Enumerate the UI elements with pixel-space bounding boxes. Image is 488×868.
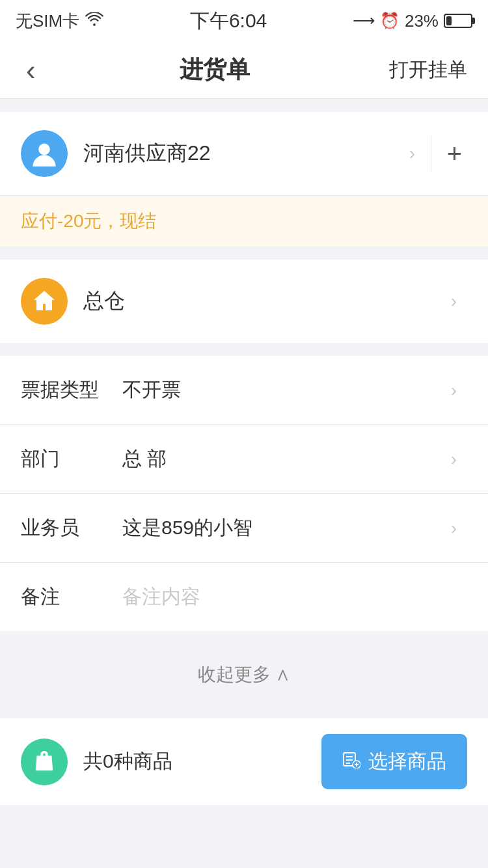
gap-2 xyxy=(0,247,488,260)
wifi-icon xyxy=(85,11,104,31)
warehouse-chevron-icon: › xyxy=(451,291,457,312)
salesperson-chevron: › xyxy=(451,518,457,539)
supplier-chevron-icon: › xyxy=(409,143,415,164)
product-icon xyxy=(21,739,68,785)
svg-point-0 xyxy=(38,144,50,156)
salesperson-row[interactable]: 业务员 这是859的小智 › xyxy=(0,494,488,563)
warehouse-icon xyxy=(21,278,68,325)
invoice-type-chevron: › xyxy=(451,380,457,401)
status-left: 无SIM卡 xyxy=(16,10,104,33)
department-row[interactable]: 部门 总 部 › xyxy=(0,425,488,494)
invoice-type-row[interactable]: 票据类型 不开票 › xyxy=(0,356,488,425)
nav-bar: ‹ 进货单 打开挂单 xyxy=(0,42,488,99)
gray-area xyxy=(0,805,488,868)
remark-input[interactable]: 备注内容 xyxy=(112,584,467,610)
salesperson-label: 业务员 xyxy=(21,515,112,541)
supplier-section: 河南供应商22 › + 应付-20元，现结 xyxy=(0,112,488,247)
status-time: 下午6:04 xyxy=(190,8,267,34)
supplier-row[interactable]: 河南供应商22 › + xyxy=(0,112,488,196)
select-product-label: 选择商品 xyxy=(368,748,446,775)
invoice-type-label: 票据类型 xyxy=(21,377,112,403)
battery-icon xyxy=(444,14,472,28)
form-section: 票据类型 不开票 › 部门 总 部 › 业务员 这是859的小智 › 备注 备注… xyxy=(0,356,488,631)
department-chevron: › xyxy=(451,449,457,470)
remark-row[interactable]: 备注 备注内容 xyxy=(0,563,488,631)
gap-1 xyxy=(0,99,488,112)
battery-percent: 23% xyxy=(405,11,439,31)
alarm-icon: ⏰ xyxy=(380,12,400,30)
invoice-type-value: 不开票 xyxy=(112,377,451,403)
supplier-avatar xyxy=(21,130,68,177)
product-bar: 共0种商品 选择商品 xyxy=(0,718,488,805)
notice-text: 应付-20元，现结 xyxy=(21,211,156,231)
department-label: 部门 xyxy=(21,446,112,472)
salesperson-value: 这是859的小智 xyxy=(112,515,451,541)
product-count-label: 共0种商品 xyxy=(83,748,321,775)
open-pending-button[interactable]: 打开挂单 xyxy=(389,57,467,83)
page-title: 进货单 xyxy=(180,54,250,86)
warehouse-row[interactable]: 总仓 › xyxy=(0,260,488,343)
warehouse-name: 总仓 xyxy=(83,287,451,316)
collapse-row[interactable]: 收起更多 ∧ xyxy=(0,644,488,705)
status-right: ⟶ ⏰ 23% xyxy=(353,11,472,31)
notice-banner: 应付-20元，现结 xyxy=(0,196,488,247)
department-value: 总 部 xyxy=(112,446,451,472)
location-icon: ⟶ xyxy=(353,12,375,30)
status-bar: 无SIM卡 下午6:04 ⟶ ⏰ 23% xyxy=(0,0,488,42)
warehouse-section: 总仓 › xyxy=(0,260,488,343)
supplier-name: 河南供应商22 xyxy=(83,139,409,168)
select-product-button[interactable]: 选择商品 xyxy=(321,734,467,789)
carrier-text: 无SIM卡 xyxy=(16,10,79,33)
remark-label: 备注 xyxy=(21,584,112,610)
back-button[interactable]: ‹ xyxy=(21,49,41,92)
select-product-icon xyxy=(342,750,360,773)
collapse-label: 收起更多 ∧ xyxy=(198,662,291,687)
add-supplier-button[interactable]: + xyxy=(431,135,467,172)
